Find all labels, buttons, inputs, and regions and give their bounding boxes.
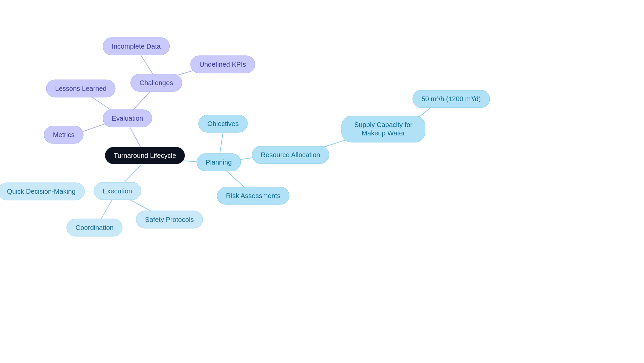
svg-line-14	[141, 55, 153, 74]
execution-node[interactable]: Execution	[94, 182, 141, 200]
supply-capacity-node[interactable]: Supply Capacity for Makeup Water	[341, 116, 425, 142]
objectives-node[interactable]: Objectives	[198, 115, 248, 133]
mindmap-canvas: { "root": { "label": "Turnaround Lifecyc…	[0, 0, 644, 363]
svg-line-3	[220, 132, 223, 154]
svg-line-9	[101, 199, 112, 220]
metrics-node[interactable]: Metrics	[44, 126, 84, 144]
undefined-kpis-node[interactable]: Undefined KPIs	[191, 56, 255, 73]
edge-layer	[0, 0, 644, 363]
incomplete-data-node[interactable]: Incomplete Data	[103, 38, 170, 55]
safety-protocols-node[interactable]: Safety Protocols	[136, 211, 203, 229]
risk-assessments-node[interactable]: Risk Assessments	[217, 187, 289, 205]
planning-node[interactable]: Planning	[197, 154, 241, 171]
evaluation-node[interactable]: Evaluation	[103, 110, 152, 127]
quick-decision-node[interactable]: Quick Decision-Making	[0, 183, 85, 200]
lessons-learned-node[interactable]: Lessons Learned	[46, 80, 115, 98]
resource-allocation-node[interactable]: Resource Allocation	[252, 146, 329, 164]
coordination-node[interactable]: Coordination	[66, 219, 122, 237]
svg-line-5	[225, 169, 245, 188]
svg-line-13	[132, 90, 151, 111]
supply-value-node[interactable]: 50 m³/h (1200 m³/d)	[413, 90, 490, 108]
root-node[interactable]: Turnaround Lifecycle	[105, 147, 185, 164]
challenges-node[interactable]: Challenges	[130, 74, 182, 92]
